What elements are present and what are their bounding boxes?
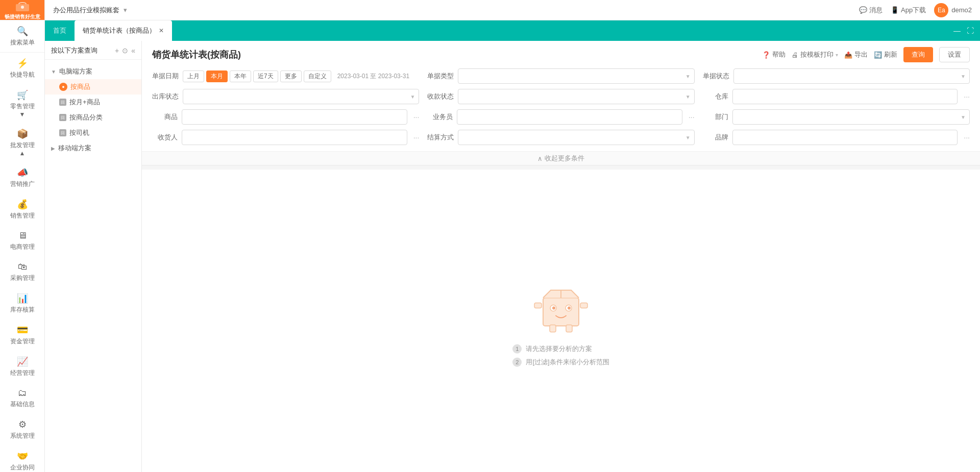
main-content: 办公用品行业模拟账套 ▾ 💬 消息 📱 App下载 Ea demo2 首页 [45,0,980,472]
settle-wrap: ▼ [458,130,694,145]
dept-label: 部门 [703,112,728,122]
tab-sales-stat[interactable]: 销货单统计表（按商品） ✕ [75,20,172,41]
svg-rect-10 [534,303,542,308]
tab-close-icon[interactable]: ✕ [159,27,164,34]
out-status-label: 出库状态 [152,92,179,101]
sidebar-item-basic-info[interactable]: 🗂 基础信息 [0,383,44,414]
sidebar-item-system[interactable]: ⚙ 系统管理 [0,414,44,445]
sidebar-item-sales[interactable]: 💰 销售管理 [0,194,44,225]
receiver-input[interactable] [182,130,407,145]
tab-actions: — ⛶ [951,25,980,37]
doc-type-input[interactable]: 销货单 [458,68,694,84]
scheme-edit-btn[interactable]: ⊙ [122,46,128,55]
sidebar-item-finance[interactable]: 💳 资金管理 [0,319,44,351]
scheme-panel-title: 按以下方案查询 [51,46,97,55]
scheme-group-mobile-header[interactable]: ▶ 移动端方案 [45,140,141,156]
date-btn-custom[interactable]: 自定义 [304,70,331,82]
help-btn[interactable]: ❓ 帮助 [762,50,786,59]
scheme-item-by-product[interactable]: ● 按商品 [45,79,141,95]
sidebar-item-ecom[interactable]: 🖥 电商管理 [0,225,44,256]
date-btn-this-year[interactable]: 本年 [230,70,251,82]
sidebar-item-search[interactable]: 🔍 搜索菜单 [0,20,44,53]
scheme-group-desktop-header[interactable]: ▼ 电脑端方案 [45,64,141,79]
export-btn[interactable]: 📤 导出 [844,50,868,59]
sidebar-item-retail[interactable]: 🛒 零售管理 ▼ [0,84,44,123]
svg-point-1 [21,6,24,9]
sidebar-item-purchase[interactable]: 🛍 采购管理 [0,256,44,288]
goods-input[interactable] [182,109,407,125]
sidebar-item-wholesale[interactable]: 📦 批发管理 ▲ [0,123,44,162]
scheme-collapse-btn[interactable]: « [131,46,135,55]
filter-row-1: 单据日期 上月 本月 本年 近7天 更多 自定义 2023-03-01 至 20… [152,68,970,84]
scheme-header-actions: + ⊙ « [115,46,135,55]
filter-group-warehouse: 仓库 ··· [703,89,970,104]
scheme-item-icon-month: 回 [59,99,66,106]
finance-label: 资金管理 [10,337,35,346]
tab-home[interactable]: 首页 [45,20,75,41]
collect-status-wrap: ▼ [458,89,694,104]
receiver-more-icon[interactable]: ··· [413,133,420,141]
breadcrumb-dropdown-icon[interactable]: ▾ [124,6,127,14]
date-btn-this-month[interactable]: 本月 [206,70,228,82]
collect-status-input[interactable] [458,89,694,104]
system-label: 系统管理 [10,432,35,440]
svg-point-7 [568,306,571,310]
group-mobile-label: 移动端方案 [58,144,91,153]
date-btn-7days[interactable]: 近7天 [253,70,278,82]
scheme-group-desktop: ▼ 电脑端方案 ● 按商品 回 按月+商品 回 按商品分类 [45,64,141,140]
scheme-item-by-category[interactable]: 回 按商品分类 [45,110,141,125]
svg-rect-8 [550,325,556,332]
tab-maximize-icon[interactable]: ⛶ [965,25,976,37]
sidebar-item-operations[interactable]: 📈 经营管理 [0,351,44,383]
brand-input[interactable] [732,130,958,145]
collapse-bar: ∧ 收起更多条件 [142,151,980,165]
group-desktop-label: 电脑端方案 [59,67,92,76]
wholesale-label: 批发管理 [10,141,35,150]
date-btn-last-month[interactable]: 上月 [183,70,204,82]
date-btn-more[interactable]: 更多 [280,70,302,82]
warehouse-more-icon[interactable]: ··· [964,92,970,101]
doc-type-label: 单据类型 [427,72,454,81]
print-dropdown-icon[interactable]: ▾ [836,52,838,58]
system-icon: ⚙ [18,419,27,430]
scheme-add-btn[interactable]: + [115,46,119,55]
collect-status-label: 收款状态 [427,92,454,101]
query-button[interactable]: 查询 [903,47,933,62]
scheme-item-month-label: 按月+商品 [69,98,100,107]
sidebar-item-quick-nav[interactable]: ⚡ 快捷导航 [0,53,44,84]
goods-more-icon[interactable]: ··· [413,113,420,121]
staff-input[interactable] [457,109,682,125]
sidebar-item-inventory[interactable]: 📊 库存核算 [0,288,44,319]
ecom-icon: 🖥 [18,230,27,241]
step-2-text: 用[过滤]条件来缩小分析范围 [526,358,609,367]
scheme-item-by-month-product[interactable]: 回 按月+商品 [45,95,141,110]
message-icon: 💬 [859,6,867,14]
brand-label: 品牌 [703,133,728,142]
user-profile[interactable]: Ea demo2 [934,3,972,17]
brand-more-icon[interactable]: ··· [964,133,970,141]
tab-minimize-icon[interactable]: — [951,25,963,37]
svg-rect-9 [566,325,572,332]
quick-nav-icon: ⚡ [17,58,28,69]
collapse-button[interactable]: ∧ 收起更多条件 [537,154,584,163]
settings-button[interactable]: 设置 [939,47,970,62]
scheme-item-by-cashier[interactable]: 回 按司机 [45,125,141,140]
sidebar-item-enterprise[interactable]: 🤝 企业协同 [0,445,44,472]
filter-group-brand: 品牌 ··· [703,130,970,145]
svg-rect-11 [580,303,587,308]
print-btn[interactable]: 🖨 按模板打印 ▾ [792,50,838,59]
dept-input[interactable] [732,109,970,125]
message-btn[interactable]: 💬 消息 [859,6,883,15]
out-status-input[interactable]: 已出库 [183,89,419,104]
filter-group-out-status: 出库状态 已出库 ▼ [152,89,419,104]
refresh-btn[interactable]: 🔄 刷新 [874,50,897,59]
collapse-up-icon: ∧ [537,155,543,162]
app-download-btn[interactable]: 📱 App下载 [891,6,926,15]
page-title-bar: 销货单统计表(按商品) ❓ 帮助 🖨 按模板打印 ▾ 📤 [142,41,980,166]
doc-status-input[interactable]: 已生效 [733,68,970,84]
settle-input[interactable] [458,130,694,145]
wholesale-icon: 📦 [17,128,28,139]
warehouse-input[interactable] [732,89,958,104]
sidebar-item-marketing[interactable]: 📣 营销推广 [0,162,44,194]
staff-more-icon[interactable]: ··· [689,113,695,121]
